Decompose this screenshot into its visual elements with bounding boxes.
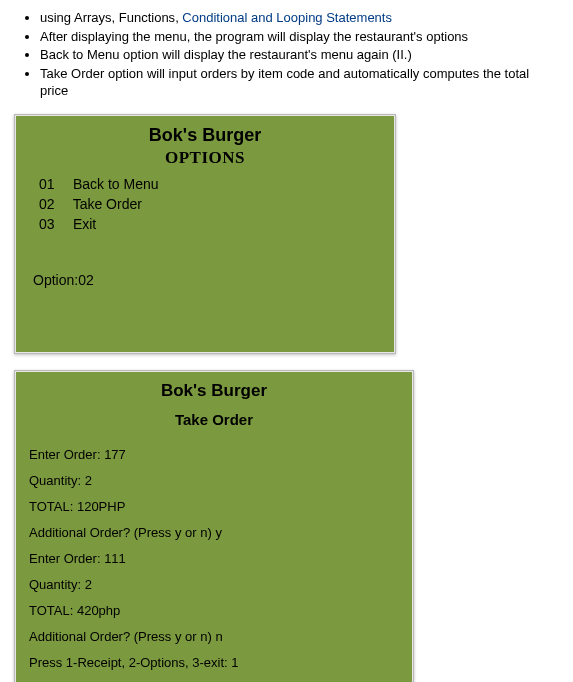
options-subtitle: OPTIONS [15, 148, 395, 168]
requirements-list: using Arrays, Functions, Conditional and… [14, 9, 559, 100]
option-row: 01 Back to Menu [39, 176, 395, 192]
option-prompt: Option:02 [33, 272, 395, 288]
requirement-text: After displaying the menu, the program w… [40, 29, 468, 44]
order-line: Quantity: 2 [29, 577, 399, 592]
options-panel: Bok's Burger OPTIONS 01 Back to Menu 02 … [14, 114, 396, 354]
order-line: Enter Order: 177 [29, 447, 399, 462]
order-line: TOTAL: 420php [29, 603, 399, 618]
option-code: 01 [39, 176, 69, 192]
option-row: 02 Take Order [39, 196, 395, 212]
order-line: TOTAL: 120PHP [29, 499, 399, 514]
requirement-item: using Arrays, Functions, Conditional and… [40, 9, 559, 27]
options-title: Bok's Burger [15, 125, 395, 146]
requirement-item: Back to Menu option will display the res… [40, 46, 559, 64]
requirement-item: After displaying the menu, the program w… [40, 28, 559, 46]
requirement-item: Take Order option will input orders by i… [40, 65, 559, 100]
option-label: Take Order [73, 196, 142, 212]
order-subtitle: Take Order [15, 401, 413, 436]
take-order-panel: Bok's Burger Take Order Enter Order: 177… [14, 370, 414, 682]
option-row: 03 Exit [39, 216, 395, 232]
order-line: Additional Order? (Press y or n) n [29, 629, 399, 644]
option-label: Back to Menu [73, 176, 159, 192]
option-code: 02 [39, 196, 69, 212]
requirement-text: using Arrays, Functions [40, 10, 175, 25]
order-line: Press 1-Receipt, 2-Options, 3-exit: 1 [29, 655, 399, 670]
order-lines: Enter Order: 177 Quantity: 2 TOTAL: 120P… [15, 447, 413, 670]
order-line: Additional Order? (Press y or n) y [29, 525, 399, 540]
option-prompt-label: Option: [33, 272, 78, 288]
option-label: Exit [73, 216, 96, 232]
requirement-text: Back to Menu option will display the res… [40, 47, 412, 62]
order-line: Enter Order: 111 [29, 551, 399, 566]
requirement-text: Take Order option will input orders by i… [40, 66, 529, 99]
requirement-highlight: Conditional and Looping Statements [182, 10, 392, 25]
options-list: 01 Back to Menu 02 Take Order 03 Exit [39, 176, 395, 232]
order-line: Quantity: 2 [29, 473, 399, 488]
option-prompt-value: 02 [78, 272, 94, 288]
order-title: Bok's Burger [15, 371, 413, 401]
option-code: 03 [39, 216, 69, 232]
